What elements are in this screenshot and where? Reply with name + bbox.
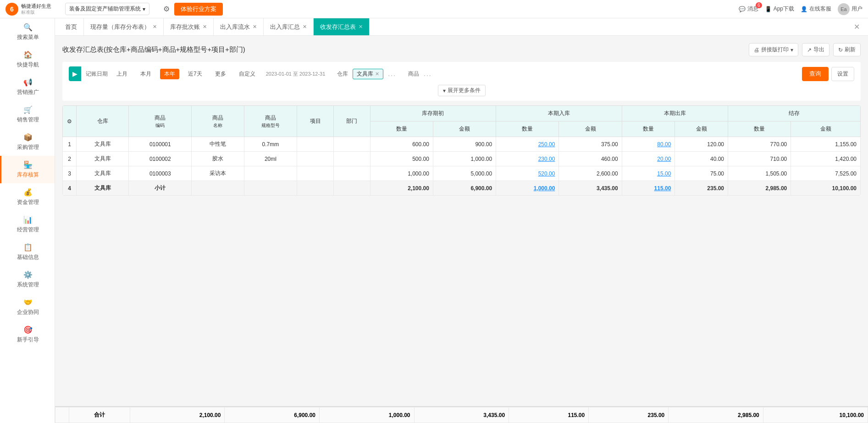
row3-dept: [333, 166, 370, 181]
subtotal-in-qty[interactable]: 1,000.00: [496, 181, 559, 196]
sidebar-item-quick[interactable]: 🏠 快捷导航: [0, 46, 55, 73]
row2-goods-code: 0100002: [129, 152, 192, 166]
date-btn-7days[interactable]: 近7天: [184, 69, 206, 79]
tab-stock-dist[interactable]: 现存量（库存分布表） ✕: [84, 18, 164, 35]
page-actions: 🖨 拼接版打印 ▾ ↗ 导出 ↻ 刷新: [749, 43, 861, 56]
row2-out-qty[interactable]: 20.00: [622, 152, 675, 166]
tab-close-receive-send[interactable]: ✕: [359, 24, 363, 30]
date-btn-this-month[interactable]: 本月: [136, 69, 155, 79]
total-bal-qty: 2,985.00: [669, 407, 763, 423]
table-row: 3 文具库 0100003 采访本 1,000.00 5,000.00 520.…: [63, 166, 861, 181]
row1-in-qty[interactable]: 250.00: [496, 137, 559, 152]
search-icon: 🔍: [23, 23, 33, 32]
app-download-item[interactable]: 📱 App下载: [765, 5, 794, 13]
sidebar-item-marketing[interactable]: 📢 营销推广: [0, 73, 55, 101]
filter-toggle-btn[interactable]: ▶: [69, 66, 81, 81]
phone-icon: 📱: [765, 6, 772, 12]
tab-close-in-out-flow[interactable]: ✕: [253, 24, 257, 30]
system-icon: ⚙️: [23, 270, 33, 279]
row2-out-amt: 40.00: [675, 152, 728, 166]
sidebar-item-basic[interactable]: 📋 基础信息: [0, 238, 55, 266]
system-selector[interactable]: 装备及固定资产辅助管理系统 ▾: [65, 3, 149, 15]
row3-out-qty[interactable]: 15.00: [622, 166, 675, 181]
sidebar-item-finance[interactable]: 💰 资金管理: [0, 183, 55, 211]
row1-num: 1: [63, 137, 77, 152]
th-settings[interactable]: ⚙: [63, 106, 77, 137]
message-item[interactable]: 💬 消息 6: [739, 5, 758, 13]
row1-out-amt: 120.00: [675, 137, 728, 152]
sidebar-item-inventory[interactable]: 🏪 库存核算: [0, 156, 55, 183]
settings-button[interactable]: 设置: [831, 67, 854, 81]
row2-dept: [333, 152, 370, 166]
subtotal-out-qty[interactable]: 115.00: [622, 181, 675, 196]
sidebar-item-operation[interactable]: 📊 经营管理: [0, 211, 55, 238]
date-btn-this-year[interactable]: 本年: [160, 69, 179, 79]
page-content: 收发存汇总表(按仓库+商品编码+商品+规格型号+项目+部门) 🖨 拼接版打印 ▾…: [55, 36, 868, 423]
goods-filter-dots[interactable]: ...: [424, 70, 432, 77]
row1-warehouse: 文具库: [77, 137, 129, 152]
experience-button[interactable]: 体验行业方案: [174, 3, 223, 16]
row3-begin-qty: 1,000.00: [370, 166, 433, 181]
row2-project: [297, 152, 334, 166]
th-period-begin: 库存期初: [370, 106, 496, 121]
subtotal-label: 小计: [129, 181, 192, 196]
logo-text: 畅捷通好生意 标准版: [21, 3, 51, 15]
sidebar-item-search[interactable]: 🔍 搜索菜单: [0, 18, 55, 46]
row3-in-amt: 2,600.00: [559, 166, 622, 181]
warehouse-tag-close[interactable]: ✕: [375, 71, 379, 77]
row2-num: 2: [63, 152, 77, 166]
th-goods-code: 商品编码: [129, 106, 192, 137]
tab-close-batch-ledger[interactable]: ✕: [203, 24, 207, 30]
row2-goods-spec: 20ml: [244, 152, 297, 166]
row3-in-qty[interactable]: 520.00: [496, 166, 559, 181]
sidebar-item-purchase[interactable]: 📦 采购管理: [0, 128, 55, 156]
online-service-item[interactable]: 👤 在线客服: [801, 5, 831, 13]
th-in-amt: 金额: [559, 121, 622, 137]
expand-conditions-btn[interactable]: ▾ 展开更多条件: [438, 85, 486, 96]
tab-close-in-out-summary[interactable]: ✕: [303, 24, 307, 30]
marketing-icon: 📢: [23, 78, 33, 87]
user-item[interactable]: Ea 用户: [838, 3, 862, 15]
goods-filter-label: 商品: [408, 70, 419, 78]
tab-batch-ledger[interactable]: 库存批次账 ✕: [164, 18, 214, 35]
row1-dept: [333, 137, 370, 152]
refresh-button[interactable]: ↻ 刷新: [833, 43, 861, 56]
tab-home[interactable]: 首页: [59, 18, 84, 35]
sales-icon: 🛒: [23, 105, 33, 114]
subtotal-empty4: [333, 181, 370, 196]
row3-num: 3: [63, 166, 77, 181]
basic-icon: 📋: [23, 243, 33, 252]
th-period-in: 本期入库: [496, 106, 622, 121]
sidebar-item-enterprise[interactable]: 🤝 企业协同: [0, 293, 55, 321]
row1-out-qty[interactable]: 80.00: [622, 137, 675, 152]
dropdown-icon: ▾: [143, 6, 145, 12]
th-begin-qty: 数量: [370, 121, 433, 137]
export-button[interactable]: ↗ 导出: [802, 43, 829, 56]
row2-in-qty[interactable]: 230.00: [496, 152, 559, 166]
table-subtotal-row: 4 文具库 小计 2,100.00 6,900.00 1,000.00 3,43…: [63, 181, 861, 196]
query-button[interactable]: 查询: [802, 67, 829, 81]
table-header-row-1: ⚙ 仓库 商品编码 商品名称 商品规格型号 项目 部门 库存期初 本期入库 本期…: [63, 106, 861, 121]
tab-in-out-flow[interactable]: 出入库流水 ✕: [214, 18, 264, 35]
sidebar-item-sales[interactable]: 🛒 销售管理: [0, 101, 55, 128]
subtotal-in-amt: 3,435.00: [559, 181, 622, 196]
footer-total: 合计 2,100.00 6,900.00 1,000.00 3,435.00 1…: [55, 406, 868, 423]
tab-in-out-summary[interactable]: 出入库汇总 ✕: [264, 18, 314, 35]
th-goods-name: 商品名称: [192, 106, 244, 137]
date-btn-last-month[interactable]: 上月: [112, 69, 132, 79]
warehouse-filter-dots[interactable]: ...: [388, 70, 396, 77]
tab-receive-send-summary[interactable]: 收发存汇总表 ✕: [314, 18, 370, 35]
settings-icon[interactable]: ⚙: [163, 5, 170, 13]
subtotal-warehouse: 文具库: [77, 181, 129, 196]
print-button[interactable]: 🖨 拼接版打印 ▾: [749, 43, 798, 56]
sidebar-item-system[interactable]: ⚙️ 系统管理: [0, 266, 55, 293]
row3-begin-amt: 5,000.00: [433, 166, 496, 181]
table-container: ⚙ 仓库 商品编码 商品名称 商品规格型号 项目 部门 库存期初 本期入库 本期…: [62, 105, 861, 196]
th-out-qty: 数量: [622, 121, 675, 137]
date-btn-more[interactable]: 更多: [211, 69, 230, 79]
avatar: Ea: [838, 3, 850, 15]
sidebar-item-guide[interactable]: 🎯 新手引导: [0, 321, 55, 348]
tab-bar-close[interactable]: ✕: [849, 22, 864, 31]
date-btn-custom[interactable]: 自定义: [235, 69, 260, 79]
tab-close-stock-dist[interactable]: ✕: [153, 24, 157, 30]
